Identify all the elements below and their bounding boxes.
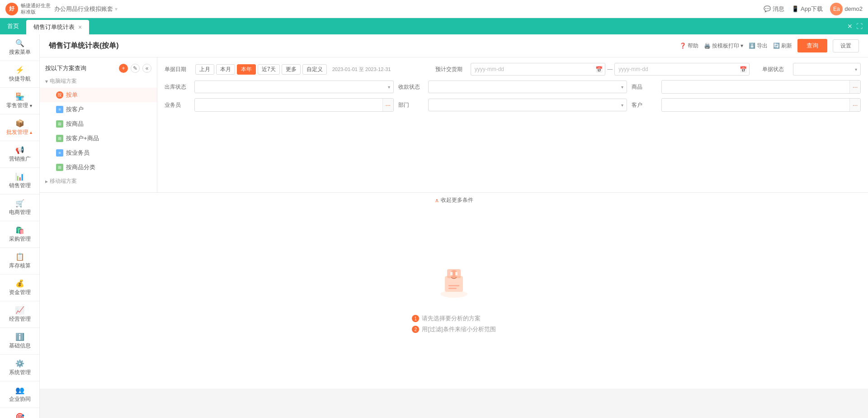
collapse-bar[interactable]: ∧ 收起更多条件 bbox=[40, 192, 868, 208]
svg-rect-7 bbox=[448, 288, 457, 289]
bill-status-select[interactable] bbox=[793, 63, 861, 76]
tab-bar: 首页 销售订单统计表 × ✕ ⛶ bbox=[0, 18, 868, 34]
scheme-item-by-customer[interactable]: ≡ 按客户 bbox=[40, 102, 157, 117]
app-download-button[interactable]: 📱 App下载 bbox=[792, 5, 823, 13]
category-arrow-icon: ▾ bbox=[45, 78, 48, 85]
inventory-icon: 📋 bbox=[15, 252, 24, 261]
message-icon: 💬 bbox=[764, 5, 771, 12]
date-buttons: 上月 本月 本年 近7天 更多 自定义 bbox=[195, 64, 327, 75]
sidebar-item-search[interactable]: 🔍 搜索菜单 bbox=[0, 34, 39, 61]
export-button[interactable]: ⬇️ 导出 bbox=[749, 42, 768, 50]
sidebar-item-finance[interactable]: 💰 资金管理 bbox=[0, 275, 39, 301]
collapse-arrow-icon: ∧ bbox=[435, 197, 439, 204]
collection-status-select[interactable] bbox=[428, 81, 627, 93]
query-button[interactable]: 查询 bbox=[797, 39, 827, 52]
sidebar-item-enterprise[interactable]: 👥 企业协同 bbox=[0, 381, 39, 408]
tab-active[interactable]: 销售订单统计表 × bbox=[26, 20, 89, 34]
sidebar-item-system[interactable]: ⚙️ 系统管理 bbox=[0, 355, 39, 381]
avatar: Ea bbox=[830, 3, 843, 15]
department-select[interactable] bbox=[428, 99, 627, 111]
salesperson-input-wrap: ··· bbox=[194, 98, 394, 112]
filter-row-1: 单据日期 上月 本月 本年 近7天 更多 自定义 2023-01-01 至 20… bbox=[165, 63, 861, 76]
scheme-panel: 按以下方案查询 + ✎ « ▾ 电脑端方案 按 bbox=[40, 57, 157, 192]
date-btn-more[interactable]: 更多 bbox=[282, 64, 301, 75]
filter-section: 按以下方案查询 + ✎ « ▾ 电脑端方案 按 bbox=[40, 57, 868, 192]
logo-text: 畅捷通好生意 标准版 bbox=[21, 3, 51, 14]
customer-label: 客户 bbox=[632, 101, 659, 109]
tab-bar-right-actions: ✕ ⛶ bbox=[847, 23, 868, 30]
goods-input[interactable] bbox=[662, 81, 849, 93]
sidebar-item-inventory[interactable]: 📋 库存核算 bbox=[0, 248, 39, 275]
window-expand-button[interactable]: ⛶ bbox=[856, 23, 863, 30]
scheme-grid3-icon: ⊞ bbox=[56, 164, 63, 171]
ship-status-select[interactable] bbox=[194, 81, 394, 93]
sidebar-item-guide[interactable]: 🎯 新手引导 bbox=[0, 408, 39, 418]
empty-tips: 1 请先选择要分析的方案 2 用[过滤]条件来缩小分析范围 bbox=[412, 314, 495, 336]
bill-status-label: 单据状态 bbox=[762, 66, 789, 73]
settings-button[interactable]: 设置 bbox=[833, 39, 859, 52]
sidebar-item-marketing[interactable]: 📢 营销推广 bbox=[0, 141, 39, 168]
goods-input-wrap: ··· bbox=[661, 80, 861, 94]
refresh-button[interactable]: 🔄 刷新 bbox=[773, 42, 792, 50]
sidebar: 🔍 搜索菜单 ⚡ 快捷导航 🏪 零售管理 ▼ 📦 批发管理 ▲ 📢 营销推广 bbox=[0, 34, 40, 418]
sidebar-item-retail[interactable]: 🏪 零售管理 ▼ bbox=[0, 88, 39, 114]
delivery-end-input[interactable] bbox=[614, 63, 750, 76]
scheme-edit-button[interactable]: ✎ bbox=[131, 64, 140, 73]
date-btn-7days[interactable]: 近7天 bbox=[258, 64, 280, 75]
tab-close-button[interactable]: × bbox=[78, 24, 82, 30]
scheme-item-by-product[interactable]: ⊞ 按商品 bbox=[40, 117, 157, 131]
collection-status-label: 收款状态 bbox=[398, 83, 425, 91]
date-btn-this-month[interactable]: 本月 bbox=[216, 64, 235, 75]
delivery-start-input[interactable] bbox=[471, 63, 606, 76]
retail-icon: 🏪 bbox=[15, 92, 24, 101]
date-range-text: 2023-01-01 至 2023-12-31 bbox=[332, 66, 391, 73]
help-button[interactable]: ❓ 帮助 bbox=[679, 42, 698, 50]
guide-icon: 🎯 bbox=[15, 413, 24, 418]
delivery-date-range: 📅 — 📅 bbox=[471, 63, 750, 76]
window-minimize-button[interactable]: ✕ bbox=[847, 23, 853, 30]
date-btn-last-month[interactable]: 上月 bbox=[195, 64, 214, 75]
top-bar: 好 畅捷通好生意 标准版 办公用品行业模拟账套 ▾ 💬 消息 📱 App下载 E… bbox=[0, 0, 868, 18]
sidebar-item-sales[interactable]: 📊 销售管理 bbox=[0, 168, 39, 195]
page-header-actions: ❓ 帮助 🖨️ 按模板打印 ▾ ⬇️ 导出 🔄 刷新 查询 设置 bbox=[679, 39, 859, 57]
sidebar-item-nav[interactable]: ⚡ 快捷导航 bbox=[0, 61, 39, 88]
messages-button[interactable]: 💬 消息 bbox=[764, 5, 784, 13]
tab-home[interactable]: 首页 bbox=[0, 18, 26, 34]
page-title: 销售订单统计表(按单) bbox=[49, 41, 119, 55]
sidebar-item-ecommerce[interactable]: 🛒 电商管理 bbox=[0, 195, 39, 221]
chevron-down-icon: ▼ bbox=[29, 104, 33, 108]
date-btn-custom[interactable]: 自定义 bbox=[302, 64, 327, 75]
scheme-category-mobile[interactable]: ▸ 移动端方案 bbox=[40, 175, 157, 188]
salesperson-input[interactable] bbox=[195, 99, 382, 111]
scheme-collapse-button[interactable]: « bbox=[142, 64, 151, 73]
breadcrumb: 办公用品行业模拟账套 ▾ bbox=[54, 5, 760, 13]
customer-input[interactable] bbox=[662, 99, 849, 111]
scheme-add-button[interactable]: + bbox=[119, 64, 128, 73]
scheme-item-by-salesperson[interactable]: ≡ 按业务员 bbox=[40, 146, 157, 160]
department-item: 部门 ▾ bbox=[398, 98, 627, 112]
customer-ellipsis-button[interactable]: ··· bbox=[849, 99, 860, 111]
sidebar-item-purchase[interactable]: 🛍️ 采购管理 bbox=[0, 221, 39, 248]
download-icon: 📱 bbox=[792, 5, 799, 12]
scheme-item-by-order[interactable]: 按 按单 bbox=[40, 88, 157, 102]
tip-num-1: 1 bbox=[412, 315, 419, 322]
purchase-icon: 🛍️ bbox=[15, 226, 24, 234]
salesperson-ellipsis-button[interactable]: ··· bbox=[382, 99, 393, 111]
date-btn-this-year[interactable]: 本年 bbox=[237, 64, 256, 75]
sales-icon: 📊 bbox=[15, 172, 24, 181]
scheme-category-pc[interactable]: ▾ 电脑端方案 bbox=[40, 75, 157, 88]
sidebar-item-management[interactable]: 📈 经营管理 bbox=[0, 301, 39, 328]
department-label: 部门 bbox=[398, 101, 425, 109]
scheme-item-by-category[interactable]: ⊞ 按商品分类 bbox=[40, 160, 157, 175]
scheme-item-by-customer-product[interactable]: ⊞ 按客户+商品 bbox=[40, 131, 157, 146]
sidebar-item-basic-info[interactable]: ℹ️ 基础信息 bbox=[0, 328, 39, 355]
date-separator: — bbox=[607, 66, 613, 72]
department-select-wrap: ▾ bbox=[428, 99, 627, 111]
user-menu[interactable]: Ea demo2 bbox=[830, 3, 863, 15]
sidebar-item-wholesale[interactable]: 📦 批发管理 ▲ bbox=[0, 114, 39, 141]
template-print-button[interactable]: 🖨️ 按模板打印 ▾ bbox=[704, 42, 743, 50]
scheme-circle-icon: 按 bbox=[56, 91, 63, 99]
calendar-icon-2: 📅 bbox=[740, 66, 747, 73]
ecommerce-icon: 🛒 bbox=[15, 199, 24, 208]
goods-ellipsis-button[interactable]: ··· bbox=[849, 81, 860, 93]
